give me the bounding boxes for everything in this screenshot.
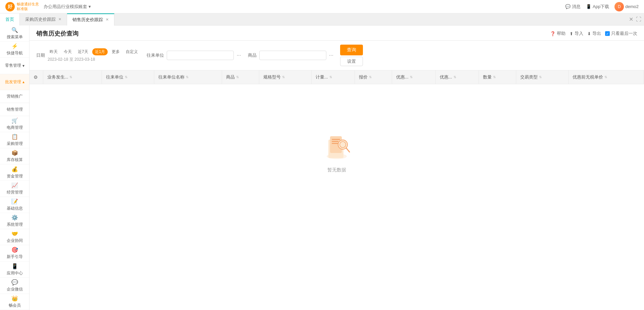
sidebar-label-wholesale: 批发管理 — [5, 79, 21, 85]
chevron-down-icon: ▾ — [89, 4, 91, 9]
sidebar-item-member[interactable]: 👑 畅会员 — [0, 294, 29, 310]
sidebar-item-ops[interactable]: 📈 经营管理 — [0, 181, 29, 197]
th-discount1[interactable]: 优惠... ⇅ — [392, 70, 436, 84]
tab-home[interactable]: 首页 — [0, 13, 20, 25]
sidebar-item-inventory[interactable]: 📦 库存核算 — [0, 148, 29, 164]
quick-nav-icon: ⚡ — [11, 43, 18, 49]
ops-icon: 📈 — [11, 182, 18, 189]
message-action[interactable]: 💬 消息 — [565, 4, 581, 10]
table-header: ⚙ 业务发生... ⇅ 往来单位 ⇅ — [30, 70, 644, 84]
content-area: 销售历史价查询 ❓ 帮助 ⬆ 导入 ⬇ 导出 ✓ 只看最后一次 — [30, 25, 644, 310]
date-btn-today[interactable]: 今天 — [62, 48, 74, 55]
export-icon: ⬇ — [587, 31, 591, 36]
fullscreen-icon[interactable]: ⛶ — [636, 16, 641, 22]
purchase-icon: 📋 — [11, 134, 18, 140]
app-selector[interactable]: 办公用品行业模拟账套 ▾ — [42, 3, 93, 10]
sort-discount2-icon: ⇅ — [453, 75, 456, 79]
tab-purchase-history[interactable]: 采购历史价跟踪 ✕ — [20, 13, 67, 25]
sidebar-label-member: 畅会员 — [9, 303, 21, 308]
sidebar-label-sales-mgmt: 销售管理 — [7, 107, 23, 112]
table-settings-icon[interactable]: ⚙ — [34, 74, 38, 80]
sidebar-item-retail[interactable]: 零售管理 ▾ — [0, 58, 29, 74]
goods-input-dots[interactable]: ··· — [329, 52, 333, 58]
main-layout: 🔍 搜索菜单 ⚡ 快捷导航 零售管理 ▾ 批发管理 ▴ 营销推广 销售管理 🛒 … — [0, 25, 644, 310]
sidebar-label-basic: 基础信息 — [7, 206, 23, 211]
sidebar-item-ecom[interactable]: 🛒 电商管理 — [0, 116, 29, 132]
data-table: ⚙ 业务发生... ⇅ 往来单位 ⇅ — [30, 70, 644, 84]
sidebar-label-finance: 资金管理 — [7, 173, 23, 179]
sort-quantity-icon: ⇅ — [493, 75, 496, 79]
only-last-checkbox[interactable]: ✓ 只看最后一次 — [605, 31, 637, 37]
sidebar-item-system[interactable]: ⚙️ 系统管理 — [0, 213, 29, 229]
sidebar: 🔍 搜索菜单 ⚡ 快捷导航 零售管理 ▾ 批发管理 ▴ 营销推广 销售管理 🛒 … — [0, 25, 30, 310]
th-spec[interactable]: 规格型号 ⇅ — [259, 70, 311, 84]
sidebar-item-quick-nav[interactable]: ⚡ 快捷导航 — [0, 42, 29, 58]
header-left: 好 畅捷通好生意 标准版 办公用品行业模拟账套 ▾ — [5, 2, 93, 11]
appcenter-icon: 📱 — [11, 263, 18, 269]
partner-filter-label: 往来单位 — [147, 52, 164, 58]
th-biz-date[interactable]: 业务发生... ⇅ — [43, 70, 102, 84]
date-btn-1month[interactable]: 近1月 — [92, 48, 108, 55]
th-discount2[interactable]: 优惠... ⇅ — [435, 70, 479, 84]
th-goods[interactable]: 商品 ⇅ — [222, 70, 259, 84]
enterprise-icon: 🤝 — [11, 230, 18, 237]
svg-line-7 — [346, 148, 350, 152]
sidebar-item-enterprise[interactable]: 🤝 企业协同 — [0, 229, 29, 245]
th-quantity[interactable]: 数量 ⇅ — [479, 70, 516, 84]
date-btn-more[interactable]: 更多 — [110, 48, 122, 55]
goods-input[interactable] — [259, 51, 326, 60]
sidebar-item-finance[interactable]: 💰 资金管理 — [0, 164, 29, 180]
sales-history-tab-close[interactable]: ✕ — [106, 17, 109, 22]
wholesale-arrow-icon: ▴ — [22, 80, 24, 84]
sidebar-label-enterprise: 企业协同 — [7, 238, 23, 244]
sidebar-item-search-menu[interactable]: 🔍 搜索菜单 — [0, 25, 29, 42]
partner-input-dots[interactable]: ··· — [236, 52, 241, 58]
date-btn-custom[interactable]: 自定义 — [124, 48, 140, 55]
filter-btn-group: 查询 设置 — [340, 45, 363, 66]
date-btn-7days[interactable]: 近7天 — [76, 48, 90, 55]
sidebar-item-purchase[interactable]: 📋 采购管理 — [0, 132, 29, 148]
search-button[interactable]: 查询 — [340, 45, 363, 55]
table-area: ⚙ 业务发生... ⇅ 往来单位 ⇅ — [30, 70, 644, 310]
help-action[interactable]: ❓ 帮助 — [550, 31, 566, 37]
date-filter-group: 日期 昨天 今天 近7天 近1月 更多 自定义 2023-02-18 至 202… — [36, 48, 140, 62]
page-header-actions: ❓ 帮助 ⬆ 导入 ⬇ 导出 ✓ 只看最后一次 — [550, 31, 637, 37]
sales-history-tab-label: 销售历史价跟踪 — [72, 17, 103, 23]
sidebar-item-marketing[interactable]: 营销推广 — [0, 90, 29, 103]
tab-sales-history[interactable]: 销售历史价跟踪 ✕ — [67, 13, 114, 25]
sidebar-label-ops: 经营管理 — [7, 190, 23, 195]
sidebar-item-newbie[interactable]: 🎯 新手引导 — [0, 245, 29, 261]
empty-state: 暂无数据 — [30, 84, 644, 218]
sidebar-label-system: 系统管理 — [7, 222, 23, 227]
close-tab-icon[interactable]: ✕ — [629, 16, 633, 22]
date-btn-yesterday[interactable]: 昨天 — [48, 48, 60, 55]
import-action[interactable]: ⬆ 导入 — [570, 31, 583, 37]
th-unit[interactable]: 计量... ⇅ — [311, 70, 355, 84]
th-partner-code[interactable]: 往来单位 ⇅ — [102, 70, 154, 84]
purchase-history-tab-close[interactable]: ✕ — [58, 17, 61, 21]
sidebar-item-basic[interactable]: 📝 基础信息 — [0, 197, 29, 213]
settings-button[interactable]: 设置 — [340, 57, 363, 66]
user-action[interactable]: D demo2 — [614, 2, 639, 11]
sort-trade-type-icon: ⇅ — [539, 75, 542, 79]
th-pretax-price[interactable]: 优惠前无税单价 ⇅ — [569, 70, 644, 84]
sort-unit-icon: ⇅ — [329, 75, 332, 79]
table-settings-col[interactable]: ⚙ — [30, 70, 43, 84]
sidebar-item-enterprise-wechat[interactable]: 💬 企业微信 — [0, 278, 29, 294]
sidebar-item-wholesale[interactable]: 批发管理 ▴ — [0, 74, 29, 90]
th-partner-name[interactable]: 往来单位名称 ⇅ — [154, 70, 222, 84]
tab-bar: 首页 采购历史价跟踪 ✕ 销售历史价跟踪 ✕ ✕ ⛶ — [0, 13, 644, 25]
app-download-action[interactable]: 📱 App下载 — [586, 4, 609, 10]
partner-input[interactable] — [167, 51, 234, 60]
app-logo-text: 畅捷通好生意 标准版 — [17, 2, 39, 11]
sort-biz-date-icon: ⇅ — [69, 75, 72, 79]
th-trade-type[interactable]: 交易类型 ⇅ — [516, 70, 568, 84]
help-icon: ❓ — [550, 31, 555, 36]
date-filter-label: 日期 — [36, 52, 45, 58]
export-action[interactable]: ⬇ 导出 — [587, 31, 601, 37]
sort-spec-icon: ⇅ — [282, 75, 285, 79]
th-quote[interactable]: 报价 ⇅ — [355, 70, 392, 84]
sidebar-item-appcenter[interactable]: 📱 应用中心 — [0, 262, 29, 278]
sidebar-label-newbie: 新手引导 — [7, 254, 23, 260]
sidebar-item-sales-mgmt[interactable]: 销售管理 — [0, 103, 29, 116]
